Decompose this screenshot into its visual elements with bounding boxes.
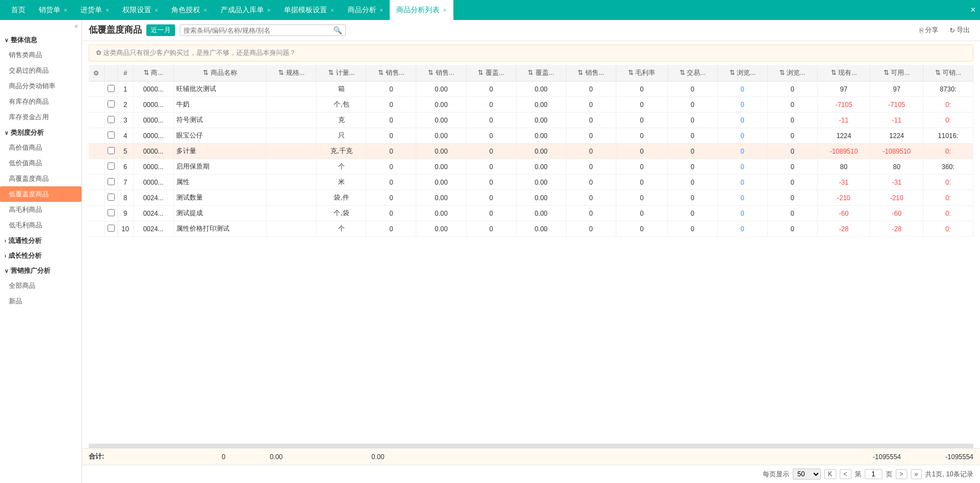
col-now[interactable]: ⇅ 现有... [818, 65, 870, 82]
sidebar-section-growth[interactable]: › 成长性分析 [0, 248, 81, 263]
sidebar-item-low-coverage[interactable]: 低覆盖度商品 [0, 186, 81, 202]
nav-tab-role[interactable]: 角色授权 × [165, 0, 213, 20]
col-browse2[interactable]: ⇅ 浏览... [767, 65, 817, 82]
sidebar-section-main[interactable]: ∨ 整体信息 [0, 32, 81, 47]
nav-tab-production[interactable]: 产成品入库单 × [214, 0, 277, 20]
row-browse1[interactable]: 0 [717, 113, 767, 128]
col-saleable[interactable]: ⇅ 可销... [923, 65, 973, 82]
col-sales-rate[interactable]: ⇅ 销售... [566, 65, 616, 82]
page-size-select[interactable]: 50 20 100 [793, 469, 821, 480]
row-browse1[interactable]: 0 [717, 221, 767, 237]
col-trans[interactable]: ⇅ 交易... [667, 65, 717, 82]
sidebar-item-high-gross[interactable]: 高毛利商品 [0, 202, 81, 217]
horizontal-scrollbar[interactable] [89, 444, 973, 448]
row-checkbox[interactable] [104, 221, 118, 237]
col-avail[interactable]: ⇅ 可用... [870, 65, 923, 82]
sidebar-item-traded-goods[interactable]: 交易过的商品 [0, 63, 81, 78]
row-settings[interactable] [89, 190, 104, 206]
sidebar-item-low-gross[interactable]: 低毛利商品 [0, 217, 81, 233]
nav-tab-purchase[interactable]: 进货单 × [74, 0, 115, 20]
row-browse1[interactable]: 0 [717, 206, 767, 221]
close-icon[interactable]: × [380, 7, 383, 13]
search-input[interactable] [183, 27, 333, 34]
row-checkbox[interactable] [104, 206, 118, 221]
prev-page-button[interactable]: < [840, 469, 851, 479]
row-browse1[interactable]: 0 [717, 190, 767, 206]
col-code[interactable]: ⇅ 商... [133, 65, 173, 82]
row-settings[interactable] [89, 113, 104, 128]
sidebar-item-low-value[interactable]: 低价值商品 [0, 155, 81, 171]
col-spec[interactable]: ⇅ 规格... [267, 65, 317, 82]
sidebar-item-all-goods[interactable]: 全部商品 [0, 278, 81, 293]
first-page-button[interactable]: K [824, 469, 836, 479]
row-browse1[interactable]: 0 [717, 97, 767, 113]
row-settings[interactable] [89, 82, 104, 97]
sidebar-item-new-goods[interactable]: 新品 [0, 293, 81, 309]
row-settings[interactable] [89, 175, 104, 190]
table-wrapper[interactable]: ⚙ # ⇅ 商... ⇅ 商品名称 ⇅ 规格... ⇅ 计量... ⇅ 销售..… [82, 65, 980, 444]
close-all-button[interactable]: × [971, 5, 976, 15]
close-icon[interactable]: × [105, 7, 109, 13]
col-cover2[interactable]: ⇅ 覆盖... [516, 65, 566, 82]
nav-tab-permissions[interactable]: 权限设置 × [116, 0, 165, 20]
last-page-button[interactable]: » [911, 469, 922, 479]
row-settings[interactable] [89, 128, 104, 144]
next-page-button[interactable]: > [896, 469, 907, 479]
row-browse1[interactable]: 0 [717, 144, 767, 159]
col-settings[interactable]: ⚙ [89, 65, 104, 82]
sidebar-item-high-value[interactable]: 高价值商品 [0, 140, 81, 155]
row-settings[interactable] [89, 159, 104, 175]
row-checkbox[interactable] [104, 144, 118, 159]
row-browse1[interactable]: 0 [717, 128, 767, 144]
row-checkbox[interactable] [104, 190, 118, 206]
sidebar-section-marketing[interactable]: ∨ 营销推广分析 [0, 263, 81, 278]
row-settings[interactable] [89, 144, 104, 159]
page-input[interactable] [865, 469, 882, 479]
row-checkbox[interactable] [104, 175, 118, 190]
col-unit[interactable]: ⇅ 计量... [317, 65, 366, 82]
row-checkbox[interactable] [104, 113, 118, 128]
sidebar-collapse-button[interactable]: « [0, 20, 81, 32]
close-icon[interactable]: × [155, 7, 158, 13]
share-button[interactable]: ⎘ 分享 [916, 24, 942, 36]
row-checkbox[interactable] [104, 97, 118, 113]
close-icon[interactable]: × [64, 7, 67, 13]
close-icon[interactable]: × [330, 7, 334, 13]
close-icon[interactable]: × [267, 7, 270, 13]
col-sales-qty[interactable]: ⇅ 销售... [366, 65, 416, 82]
nav-tab-home[interactable]: 首页 [4, 0, 32, 20]
row-browse1[interactable]: 0 [717, 82, 767, 97]
row-gross: 0 [616, 144, 667, 159]
sidebar-section-flow[interactable]: › 流通性分析 [0, 233, 81, 248]
close-icon[interactable]: × [443, 7, 446, 13]
row-settings[interactable] [89, 221, 104, 237]
row-checkbox[interactable] [104, 128, 118, 144]
row-settings[interactable] [89, 97, 104, 113]
nav-tab-template[interactable]: 单据模板设置 × [277, 0, 340, 20]
period-button[interactable]: 近一月 [146, 24, 175, 36]
col-sales-amt[interactable]: ⇅ 销售... [416, 65, 466, 82]
sidebar-item-sales-goods[interactable]: 销售类商品 [0, 47, 81, 63]
sort-icon: ⇅ [578, 69, 583, 77]
sidebar-item-category-rate[interactable]: 商品分类动销率 [0, 78, 81, 94]
page-suffix: 页 [886, 470, 892, 479]
sidebar-item-high-coverage[interactable]: 高覆盖度商品 [0, 171, 81, 186]
sidebar-section-category[interactable]: ∨ 类别度分析 [0, 125, 81, 140]
search-icon[interactable]: 🔍 [333, 26, 342, 34]
row-settings[interactable] [89, 206, 104, 221]
nav-tab-analysis[interactable]: 商品分析 × [341, 0, 390, 20]
close-icon[interactable]: × [203, 7, 207, 13]
row-browse1[interactable]: 0 [717, 175, 767, 190]
row-browse1[interactable]: 0 [717, 159, 767, 175]
row-checkbox[interactable] [104, 82, 118, 97]
sidebar-item-stock-funds[interactable]: 库存资金占用 [0, 109, 81, 125]
nav-tab-analysis-list[interactable]: 商品分析列表 × [390, 0, 453, 20]
col-cover1[interactable]: ⇅ 覆盖... [466, 65, 516, 82]
sidebar-item-stock-goods[interactable]: 有库存的商品 [0, 94, 81, 109]
col-name[interactable]: ⇅ 商品名称 [173, 65, 267, 82]
row-checkbox[interactable] [104, 159, 118, 175]
col-browse1[interactable]: ⇅ 浏览... [717, 65, 767, 82]
export-button[interactable]: ↻ 导出 [946, 24, 973, 36]
col-gross[interactable]: ⇅ 毛利率 [616, 65, 667, 82]
nav-tab-sales[interactable]: 销货单 × [32, 0, 74, 20]
